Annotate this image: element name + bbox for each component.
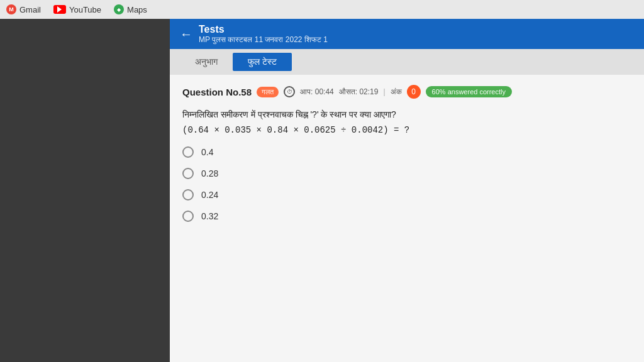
option-4-text: 0.32 — [201, 211, 218, 221]
maps-icon: ◆ — [114, 4, 124, 14]
ank-label: अंक — [391, 87, 402, 96]
option-2[interactable]: 0.28 — [182, 168, 631, 179]
radio-3[interactable] — [182, 189, 194, 200]
header-text-block: Tests MP पुलस कास्टबल 11 जनवरा 2022 शिफट… — [199, 24, 328, 44]
divider: | — [383, 87, 385, 96]
left-bezel — [0, 19, 170, 362]
tab-full-test[interactable]: फुल टेस्ट — [233, 53, 292, 71]
status-badge: गलत — [257, 87, 279, 97]
radio-2[interactable] — [182, 168, 194, 179]
question-number: Question No.58 — [182, 87, 252, 97]
option-1-text: 0.4 — [201, 147, 213, 157]
option-1[interactable]: 0.4 — [182, 146, 631, 158]
browser-tab-bar: M Gmail YouTube ◆ Maps — [0, 0, 644, 19]
header-subtitle: MP पुलस कास्टबल 11 जनवरा 2022 शिफट 1 — [199, 35, 328, 44]
question-header: Question No.58 गलत ⏱ आप: 00:44 औसत: 02:1… — [182, 85, 631, 99]
answered-badge: 60% answered correctly — [426, 86, 512, 97]
option-3-text: 0.24 — [201, 190, 218, 200]
avg-label: औसत: 02:19 — [339, 87, 379, 96]
option-2-text: 0.28 — [201, 168, 218, 178]
app-header: ← Tests MP पुलस कास्टबल 11 जनवरा 2022 शि… — [170, 19, 644, 49]
youtube-label: YouTube — [69, 5, 101, 14]
gmail-tab[interactable]: M Gmail — [6, 4, 41, 14]
tab-anubhag[interactable]: अनुभाग — [180, 53, 233, 71]
gmail-label: Gmail — [19, 5, 41, 14]
question-area: Question No.58 गलत ⏱ आप: 00:44 औसत: 02:1… — [170, 75, 644, 362]
back-button[interactable]: ← — [180, 27, 192, 41]
main-content: ← Tests MP पुलस कास्टबल 11 जनवरा 2022 शि… — [0, 19, 644, 362]
radio-4[interactable] — [182, 211, 194, 222]
timer-icon: ⏱ — [284, 86, 295, 97]
gmail-icon: M — [6, 4, 16, 14]
question-text: निम्नलिखित समीकरण में प्रश्नवाचक चिह्न '… — [182, 107, 631, 121]
option-4[interactable]: 0.32 — [182, 211, 631, 222]
maps-tab[interactable]: ◆ Maps — [114, 4, 147, 14]
tab-navigation: अनुभाग फुल टेस्ट — [170, 49, 644, 75]
ank-value: 0 — [407, 85, 421, 99]
app-panel: ← Tests MP पुलस कास्टबल 11 जनवरा 2022 शि… — [170, 19, 644, 362]
header-title: Tests — [199, 24, 328, 35]
option-3[interactable]: 0.24 — [182, 189, 631, 200]
radio-1[interactable] — [182, 146, 194, 158]
maps-label: Maps — [127, 5, 147, 14]
equation-text: (0.64 × 0.035 × 0.84 × 0.0625 ÷ 0.0042) … — [182, 125, 631, 135]
youtube-icon — [53, 5, 66, 14]
youtube-tab[interactable]: YouTube — [53, 5, 101, 14]
time-label: आप: 00:44 — [300, 87, 334, 96]
